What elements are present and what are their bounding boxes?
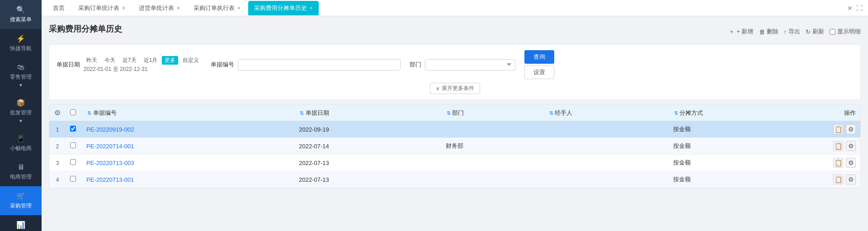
chevron-down-icon: ▼ [19, 118, 23, 123]
page-title: 采购费用分摊单历史 [49, 24, 122, 34]
data-table-container: ⚙ ⇅ 单据编号 ⇅ 单据日期 [49, 104, 861, 189]
doc-num-input[interactable] [238, 59, 401, 71]
row-date: 2022-09-19 [294, 121, 441, 138]
export-icon: ↑ [784, 28, 787, 35]
edit-icon[interactable]: ⚙ [846, 158, 856, 168]
sidebar-item-search[interactable]: 🔍 搜索菜单 [0, 0, 42, 29]
select-all-checkbox[interactable] [70, 109, 76, 115]
data-table: ⚙ ⇅ 单据编号 ⇅ 单据日期 [49, 105, 860, 188]
refresh-button[interactable]: ↻ 刷新 [806, 28, 824, 36]
edit-icon[interactable]: ⚙ [846, 141, 856, 151]
row-actions: 📋 ⚙ [815, 138, 860, 155]
sidebar: 🔍 搜索菜单 ⚡ 快捷导航 🛍 零售管理 ▼ 📦 批发管理 ▼ 📱 小畅电商 🖥… [0, 0, 42, 231]
close-icon[interactable]: × [177, 5, 180, 11]
view-icon[interactable]: 📋 [833, 174, 843, 184]
row-checkbox[interactable] [70, 126, 76, 132]
th-split-method[interactable]: ⇅ 分摊方式 [669, 105, 816, 121]
settings-icon[interactable]: ⚙ [54, 109, 61, 117]
expand-label: 展开更多条件 [442, 85, 474, 92]
th-date[interactable]: ⇅ 单据日期 [294, 105, 441, 121]
tab-controls: ✕ ⛶ [847, 5, 863, 12]
doc-id-link[interactable]: PE-20220919-002 [86, 126, 134, 133]
edit-icon[interactable]: ⚙ [846, 174, 856, 184]
date-chip-yesterday[interactable]: 昨天 [84, 56, 100, 65]
row-handler [544, 138, 669, 155]
display-toggle[interactable]: 显示明细 [830, 28, 861, 36]
sidebar-item-mobile-commerce[interactable]: 📱 小畅电商 [0, 129, 42, 158]
close-icon[interactable]: × [310, 5, 313, 11]
date-chip-today[interactable]: 今天 [102, 56, 118, 65]
sidebar-item-retail[interactable]: 🛍 零售管理 ▼ [0, 58, 42, 93]
row-checkbox[interactable] [70, 176, 76, 182]
main-area: 首页 采购订单统计表 × 进货单统计表 × 采购订单执行表 × 采购费用分摊单历… [42, 0, 868, 231]
row-num: 1 [49, 121, 66, 138]
th-dept[interactable]: ⇅ 部门 [441, 105, 544, 121]
view-icon[interactable]: 📋 [833, 158, 843, 168]
date-range-text: 2022-01-01 至 2022-12-31 [84, 66, 202, 73]
query-btn-group: 查询 设置 [524, 50, 554, 79]
th-checkbox [66, 105, 82, 121]
th-doc-num[interactable]: ⇅ 单据编号 [82, 105, 294, 121]
tab-bar: 首页 采购订单统计表 × 进货单统计表 × 采购订单执行表 × 采购费用分摊单历… [42, 0, 868, 16]
tab-home[interactable]: 首页 [47, 1, 71, 15]
doc-id-link[interactable]: PE-20220713-003 [86, 160, 134, 166]
display-toggle-label: 显示明细 [837, 28, 861, 36]
export-button[interactable]: ↑ 导出 [784, 28, 801, 36]
display-toggle-checkbox[interactable] [830, 29, 835, 35]
page-content: 采购费用分摊单历史 ＋ + 新增 🗑 删除 ↑ 导出 ↻ 刷新 [42, 16, 868, 231]
row-checkbox-cell [66, 171, 82, 188]
doc-num-label: 单据编号 [211, 61, 234, 69]
delete-button[interactable]: 🗑 删除 [759, 28, 778, 36]
view-icon[interactable]: 📋 [833, 124, 843, 134]
row-checkbox[interactable] [70, 142, 76, 148]
row-doc-id: PE-20220919-002 [82, 121, 294, 138]
row-checkbox-cell [66, 138, 82, 155]
row-dept [441, 121, 544, 138]
date-chips: 昨天 今天 近7天 近1月 更多 自定义 [84, 56, 202, 65]
tab-purchase-fee-split[interactable]: 采购费用分摊单历史 × [248, 1, 319, 15]
sidebar-item-quick-nav[interactable]: ⚡ 快捷导航 [0, 29, 42, 58]
add-button[interactable]: ＋ + 新增 [729, 28, 753, 36]
expand-more-button[interactable]: ∨ 展开更多条件 [430, 83, 480, 94]
sidebar-item-purchase[interactable]: 🛒 采购管理 [0, 186, 42, 215]
row-date: 2022-07-14 [294, 138, 441, 155]
sort-icon: ⇅ [300, 110, 304, 116]
close-icon[interactable]: × [237, 5, 241, 11]
edit-icon[interactable]: ⚙ [846, 124, 856, 134]
close-window-icon[interactable]: ✕ [847, 5, 853, 12]
row-checkbox-cell [66, 155, 82, 171]
th-handler[interactable]: ⇅ 经手人 [544, 105, 669, 121]
tab-purchase-order-exec[interactable]: 采购订单执行表 × [188, 1, 246, 15]
ecommerce-icon: 🖥 [17, 163, 24, 171]
sidebar-item-label: 采购管理 [10, 202, 32, 210]
sidebar-item-label: 电商管理 [10, 173, 32, 181]
doc-id-link[interactable]: PE-20220714-001 [86, 143, 134, 150]
th-dept-label: 部门 [452, 109, 464, 116]
sidebar-item-ecommerce[interactable]: 🖥 电商管理 [0, 158, 42, 186]
row-split-method: 按金额 [669, 138, 816, 155]
sidebar-item-label: 批发管理 [10, 109, 32, 117]
refresh-label: 刷新 [812, 28, 824, 36]
sidebar-item-inventory[interactable]: 📊 库存核算 [0, 215, 42, 231]
query-button[interactable]: 查询 [524, 50, 554, 64]
date-chip-7days[interactable]: 近7天 [120, 56, 139, 65]
date-chip-custom[interactable]: 自定义 [180, 56, 202, 65]
dept-select[interactable]: 财务部 [425, 59, 515, 71]
tab-stock-stat[interactable]: 进货单统计表 × [133, 1, 186, 15]
date-filter-group: 单据日期 昨天 今天 近7天 近1月 更多 自定义 2022-01-01 至 2… [57, 56, 202, 73]
view-icon[interactable]: 📋 [833, 141, 843, 151]
date-chip-more[interactable]: 更多 [162, 56, 178, 65]
row-checkbox[interactable] [70, 159, 76, 165]
maximize-icon[interactable]: ⛶ [856, 5, 863, 12]
table-row: 3 PE-20220713-003 2022-07-13 按金额 📋 ⚙ [49, 155, 860, 171]
tab-purchase-order-stat[interactable]: 采购订单统计表 × [72, 1, 131, 15]
row-num: 4 [49, 171, 66, 188]
close-icon[interactable]: × [122, 5, 125, 11]
date-chip-1month[interactable]: 近1月 [141, 56, 160, 65]
wholesale-icon: 📦 [16, 99, 25, 107]
sidebar-item-wholesale[interactable]: 📦 批发管理 ▼ [0, 93, 42, 129]
doc-id-link[interactable]: PE-20220713-001 [86, 176, 134, 183]
export-label: 导出 [788, 28, 800, 36]
row-num: 2 [49, 138, 66, 155]
setting-button[interactable]: 设置 [524, 66, 554, 79]
